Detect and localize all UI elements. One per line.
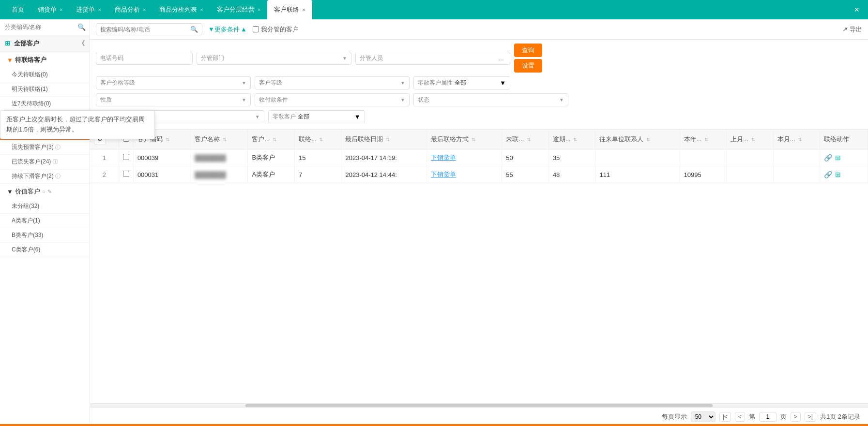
action-icon-link-2[interactable]: 🔗 [824, 171, 832, 178]
customer-table: ⚙ 客户编码 ⇅ 客户名称 ⇅ [90, 130, 868, 183]
price-level-field[interactable]: 客户价格等级 ▼ [96, 76, 251, 89]
row-checkbox-1[interactable] [123, 154, 129, 160]
sidebar-item-today[interactable]: 今天待联络(0) [0, 68, 90, 82]
nav-item-home[interactable]: 首页 [5, 0, 31, 19]
row-this-month-2 [773, 166, 820, 183]
collapse-icon[interactable]: 《 [78, 39, 85, 48]
sidebar-search-icon[interactable]: 🔍 [77, 23, 86, 31]
page-suffix-label: 页 [780, 412, 787, 421]
my-customers-checkbox[interactable] [253, 26, 259, 32]
close-all-button[interactable]: × [850, 5, 863, 15]
phone-field[interactable]: 电话号码 [96, 52, 193, 65]
row-checkbox-2[interactable] [123, 171, 129, 177]
nav-close-product-analysis[interactable]: × [143, 7, 146, 13]
nav-label-home: 首页 [12, 5, 24, 14]
sidebar-item-churn-warning[interactable]: 流失预警客户(3) ⓘ [0, 140, 90, 155]
col-unlink: 未联... ⇅ [502, 130, 549, 149]
edit-icon[interactable]: ○ [42, 189, 46, 194]
row-last-method-2[interactable]: 下销货单 [426, 166, 502, 183]
sort-icon-overdue[interactable]: ⇅ [573, 137, 577, 142]
sidebar-item-unclassified[interactable]: 未分组(32) [0, 199, 90, 214]
page-number-input[interactable] [759, 412, 777, 422]
tooltip-box: 距客户上次交易时长，超过了此客户的平均交易周期的1.5倍，则视为异常。 [0, 110, 90, 139]
query-button[interactable]: 查询 [514, 44, 542, 57]
zero-attr-val: 全部 [455, 79, 498, 87]
first-page-btn[interactable]: |< [719, 412, 731, 422]
sidebar-all-customers[interactable]: ⊞ 全部客户 《 [0, 35, 90, 52]
nav-close-customer-ops[interactable]: × [258, 7, 260, 13]
settings-button[interactable]: 设置 [514, 59, 542, 73]
col-name-label: 客户名称 [195, 135, 220, 143]
last-method-link-2[interactable]: 下销货单 [431, 171, 456, 178]
row-last-date-2: 2023-04-12 14:44: [341, 166, 426, 183]
edit-icon2[interactable]: ✎ [47, 189, 52, 195]
sort-icon-this-month[interactable]: ⇅ [798, 137, 802, 142]
all-customers-label: 全部客户 [14, 40, 39, 47]
department-field[interactable]: 分管部门 ▼ [197, 52, 351, 65]
sidebar-item-b-class[interactable]: B类客户(33) [0, 228, 90, 243]
next-page-btn[interactable]: > [791, 412, 801, 422]
pending-contact-title[interactable]: ▼ 待联络客户 [0, 52, 90, 68]
row-check-1[interactable] [119, 149, 133, 166]
export-button[interactable]: ↗ 导出 [842, 25, 862, 34]
sort-icon-level[interactable]: ⇅ [273, 137, 276, 142]
nav-item-purchase[interactable]: 进货单 × [69, 0, 107, 19]
main-search-input[interactable] [100, 26, 188, 33]
sort-icon-last-method[interactable]: ⇅ [472, 137, 475, 142]
more-conditions-btn[interactable]: ▼ 更多条件 ▲ [208, 25, 247, 34]
gender-label: 性质 [100, 96, 112, 104]
sort-icon-this-year[interactable]: ⇅ [704, 137, 708, 142]
nav-item-product-analysis[interactable]: 商品分析 × [108, 0, 152, 19]
nav-close-customer-contact[interactable]: × [302, 7, 305, 13]
last-method-link-1[interactable]: 下销货单 [431, 154, 456, 161]
sort-icon-last-date[interactable]: ⇅ [386, 137, 390, 142]
row-last-method-1[interactable]: 下销货单 [426, 149, 502, 166]
col-last-method-label: 最后联络方式 [431, 135, 469, 143]
table-row: 2 000031 ███████ A类客户 7 2023-04-12 14:44… [90, 166, 868, 183]
zero-attr-field[interactable]: 零散客户属性 全部 ▼ [413, 76, 510, 89]
sort-icon-contact-person[interactable]: ⇅ [646, 137, 650, 142]
row-check-2[interactable] [119, 166, 133, 183]
nav-item-customer-contact[interactable]: 客户联络 × [267, 0, 312, 19]
sidebar-item-c-class[interactable]: C类客户(6) [0, 243, 90, 257]
zero-customer-field[interactable]: 零散客户 全部 ▼ [268, 110, 365, 123]
value-customer-label: 价值客户 [15, 187, 40, 196]
sort-icon-contact-count[interactable]: ⇅ [319, 137, 323, 142]
sidebar-item-churned[interactable]: 已流失客户(24) ⓘ [0, 155, 90, 169]
department-label: 分管部门 [201, 54, 224, 62]
nav-item-sales[interactable]: 销货单 × [31, 0, 69, 19]
nav-item-customer-ops[interactable]: 客户分层经营 × [210, 0, 267, 19]
sidebar-item-declining[interactable]: 持续下滑客户(2) ⓘ [0, 169, 90, 184]
payment-field[interactable]: 收付款条件 ▼ [255, 93, 410, 106]
horizontal-scrollbar[interactable] [90, 403, 868, 407]
gender-field[interactable]: 性质 ▼ [96, 93, 251, 106]
action-icon-grid-1[interactable]: ⊞ [835, 154, 841, 162]
sidebar-search-input[interactable] [5, 24, 77, 30]
my-customers-check[interactable]: 我分管的客户 [253, 25, 299, 34]
main-search-icon[interactable]: 🔍 [190, 26, 198, 33]
cust-level-arrow-icon: ▼ [400, 80, 405, 86]
phone-label: 电话号码 [100, 54, 123, 62]
nav-close-product-list[interactable]: × [200, 7, 203, 13]
per-page-select[interactable]: 50 20 100 [691, 411, 716, 422]
sidebar-item-a-class[interactable]: A类客户(1) [0, 214, 90, 228]
prev-page-btn[interactable]: < [735, 412, 745, 422]
total-records-label: 共1页 2条记录 [820, 412, 860, 421]
action-icon-grid-2[interactable]: ⊞ [835, 171, 841, 178]
bottom-bar [0, 424, 868, 426]
status-field[interactable]: 状态 ▼ [413, 93, 568, 106]
nav-close-purchase[interactable]: × [98, 7, 101, 13]
sort-icon-unlink[interactable]: ⇅ [527, 137, 531, 142]
nav-close-sales[interactable]: × [60, 7, 62, 13]
manager-field[interactable]: 分管人员 ... [355, 52, 510, 65]
value-customer-title[interactable]: ▼ 价值客户 ○ ✎ [0, 184, 90, 199]
last-page-btn[interactable]: >| [805, 412, 816, 422]
sort-icon-code[interactable]: ⇅ [166, 137, 169, 142]
action-icon-link-1[interactable]: 🔗 [824, 154, 832, 162]
sort-icon-name[interactable]: ⇅ [223, 137, 227, 142]
sidebar-item-7days[interactable]: 近7天待联络(0) [0, 97, 90, 111]
customer-level-field[interactable]: 客户等级 ▼ [255, 76, 410, 89]
nav-item-product-list[interactable]: 商品分析列表 × [152, 0, 210, 19]
sort-icon-last-month[interactable]: ⇅ [751, 137, 755, 142]
sidebar-item-tomorrow[interactable]: 明天待联络(1) [0, 82, 90, 97]
